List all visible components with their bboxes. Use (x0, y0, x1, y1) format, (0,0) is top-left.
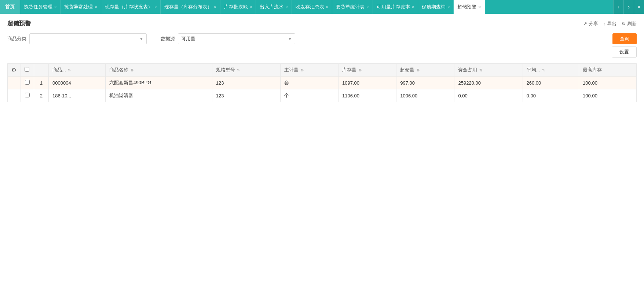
th-avg[interactable]: 平均... ⇅ (523, 64, 579, 77)
tab-xiancunliang-fenbiao[interactable]: 现存量（库存分布表） × (161, 0, 220, 14)
th-settings[interactable]: ⚙ (8, 64, 21, 77)
tab-yaohuo-tongji[interactable]: 要货单统计表 × (332, 0, 373, 14)
td-overstock: 997.00 (396, 77, 454, 89)
nav-arrows: ‹ › × (613, 0, 644, 14)
td-capital: 259220.00 (454, 77, 523, 89)
th-spec-label: 规格型号 (216, 67, 235, 73)
td-max-stock: 100.00 (579, 89, 637, 102)
tab-kucun-pizhang[interactable]: 库存批次账 × (220, 0, 256, 14)
tab-keyongliang-zhangben[interactable]: 可用量库存账本 × (373, 0, 418, 14)
refresh-button[interactable]: ↻ 刷新 (622, 21, 637, 27)
row-checkbox[interactable] (25, 93, 30, 97)
th-stock[interactable]: 库存量 ⇅ (339, 64, 396, 77)
nav-home[interactable]: 首页 (0, 0, 20, 14)
main-content: 超储预警 ↗ 分享 ↑ 导出 ↻ 刷新 商品分类 ▼ (0, 14, 644, 293)
datasource-select[interactable]: 可用量 ▼ (178, 33, 295, 44)
tab-close-icon[interactable]: × (326, 5, 328, 9)
sort-icon: ⇅ (68, 68, 71, 72)
sort-icon: ⇅ (301, 68, 304, 72)
page-header: 超储预警 ↗ 分享 ↑ 导出 ↻ 刷新 (7, 20, 637, 27)
tab-close-icon[interactable]: × (366, 5, 369, 9)
th-capital-label: 资金占用 (458, 67, 477, 73)
gear-icon[interactable]: ⚙ (11, 67, 16, 73)
tab-chaochuyujing[interactable]: 超储预警 × (454, 0, 484, 14)
th-unit[interactable]: 主计量 ⇅ (280, 64, 338, 77)
th-index (34, 64, 49, 77)
th-spec[interactable]: 规格型号 ⇅ (212, 64, 280, 77)
tab-baozhi-chaxun[interactable]: 保质期查询 × (418, 0, 454, 14)
tab-shoufacun-huizong[interactable]: 收发存汇总表 × (292, 0, 332, 14)
td-stock: 1106.00 (339, 89, 396, 102)
settings-button[interactable]: 设置 (612, 47, 637, 58)
table-header-row: ⚙ 商品... ⇅ 商品名称 ⇅ 规格型号 ⇅ (8, 64, 637, 77)
nav-prev-button[interactable]: ‹ (613, 0, 623, 14)
refresh-icon: ↻ (622, 21, 626, 26)
td-avg: 260.00 (523, 77, 579, 89)
tab-close-icon[interactable]: × (250, 5, 252, 9)
datasource-filter-group: 数据源 可用量 ▼ (161, 33, 295, 44)
td-product-name: 机油滤清器 (106, 89, 212, 102)
td-spec: 123 (212, 77, 280, 89)
tab-xiancunliang-zhuangkuang[interactable]: 现存量（库存状况表） × (101, 0, 161, 14)
td-index: 2 (34, 89, 49, 102)
sort-icon: ⇅ (237, 68, 240, 72)
td-product-code: 186-10... (49, 89, 106, 102)
select-all-checkbox[interactable] (25, 67, 29, 72)
td-spec: 123 (212, 89, 280, 102)
sort-icon: ⇅ (417, 68, 420, 72)
th-product-name-label: 商品名称 (109, 67, 128, 73)
tab-close-icon[interactable]: × (214, 5, 216, 9)
td-stock: 1097.00 (339, 77, 396, 89)
th-avg-label: 平均... (527, 67, 540, 73)
td-unit: 套 (280, 77, 338, 89)
tab-close-icon[interactable]: × (478, 5, 480, 9)
td-product-name: 六配套新昌490BPG (106, 77, 212, 89)
data-table: ⚙ 商品... ⇅ 商品名称 ⇅ 规格型号 ⇅ (7, 63, 637, 102)
th-unit-label: 主计量 (284, 67, 299, 73)
td-checkbox[interactable] (21, 89, 34, 102)
query-button[interactable]: 查询 (612, 33, 637, 44)
th-checkbox (21, 64, 34, 77)
datasource-select-value: 可用量 (181, 36, 195, 42)
chevron-down-icon: ▼ (288, 37, 292, 41)
tab-close-icon[interactable]: × (95, 5, 97, 9)
category-select[interactable]: ▼ (29, 33, 147, 44)
td-overstock: 1006.00 (396, 89, 454, 102)
top-navigation: 首页 拣货任务管理 × 拣货异常处理 × 现存量（库存状况表） × 现存量（库存… (0, 0, 644, 14)
sort-icon: ⇅ (359, 68, 362, 72)
td-max-stock: 100.00 (579, 77, 637, 89)
tab-churuku-liushui[interactable]: 出入库流水 × (256, 0, 292, 14)
export-icon: ↑ (603, 21, 606, 26)
nav-close-all-button[interactable]: × (634, 0, 644, 14)
filter-actions: 查询 设置 (612, 33, 637, 58)
share-icon: ↗ (583, 21, 587, 26)
th-product-name[interactable]: 商品名称 ⇅ (106, 64, 212, 77)
nav-next-button[interactable]: › (623, 0, 634, 14)
chevron-down-icon: ▼ (139, 37, 143, 41)
tab-jianghuo-yichang[interactable]: 拣货异常处理 × (61, 0, 101, 14)
category-label: 商品分类 (7, 36, 26, 42)
tab-close-icon[interactable]: × (285, 5, 288, 9)
td-settings (8, 77, 21, 89)
sort-icon: ⇅ (479, 68, 482, 72)
th-max-stock-label: 最高库存 (583, 67, 602, 73)
datasource-label: 数据源 (161, 36, 175, 42)
th-product-code[interactable]: 商品... ⇅ (49, 64, 106, 77)
tab-close-icon[interactable]: × (54, 5, 56, 9)
td-checkbox[interactable] (21, 77, 34, 89)
page-title: 超储预警 (7, 20, 31, 27)
refresh-label: 刷新 (627, 21, 637, 27)
row-checkbox[interactable] (25, 80, 30, 85)
th-overstock[interactable]: 超储量 ⇅ (396, 64, 454, 77)
table-row: 1 0000004 六配套新昌490BPG 123 套 1097.00 997.… (8, 77, 637, 89)
tab-jianghuo-renwu[interactable]: 拣货任务管理 × (20, 0, 61, 14)
export-button[interactable]: ↑ 导出 (603, 21, 617, 27)
share-button[interactable]: ↗ 分享 (583, 21, 598, 27)
tab-close-icon[interactable]: × (412, 5, 414, 9)
th-stock-label: 库存量 (342, 67, 356, 73)
tab-close-icon[interactable]: × (154, 5, 157, 9)
td-unit: 个 (280, 89, 338, 102)
export-label: 导出 (607, 21, 616, 27)
th-capital[interactable]: 资金占用 ⇅ (454, 64, 523, 77)
tab-close-icon[interactable]: × (447, 5, 450, 9)
